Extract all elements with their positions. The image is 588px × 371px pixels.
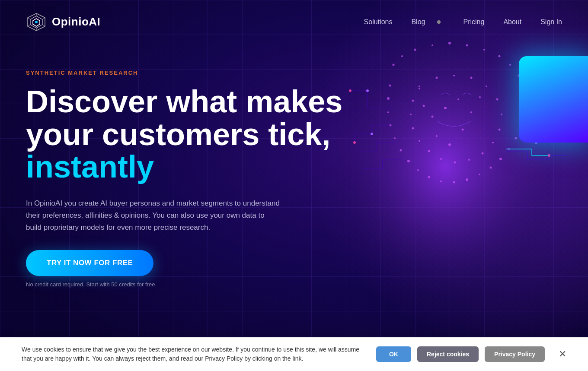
nav-link-pricing[interactable]: Pricing	[463, 18, 484, 25]
nav-link-blog[interactable]: Blog	[411, 18, 425, 25]
hero-subheadline: In OpinioAI you create AI buyer personas…	[26, 197, 281, 234]
cta-button[interactable]: TRY IT NOW FOR FREE	[26, 250, 153, 276]
nav-item-blog[interactable]: Blog	[411, 18, 425, 26]
svg-point-73	[35, 21, 38, 23]
hero-headline-main: Discover what makes your customers tick,	[26, 84, 342, 152]
nav-separator-dot	[437, 20, 441, 24]
svg-line-75	[42, 18, 45, 19]
svg-line-76	[42, 25, 45, 26]
cookie-message: We use cookies to ensure that we give yo…	[22, 345, 363, 363]
cookie-reject-button[interactable]: Reject cookies	[417, 346, 479, 362]
logo-link[interactable]: OpinioAI	[26, 12, 100, 32]
nav-item-about[interactable]: About	[503, 18, 521, 26]
cookie-banner: We use cookies to ensure that we give yo…	[0, 337, 588, 371]
svg-line-79	[28, 18, 30, 19]
cookie-close-button[interactable]: ✕	[559, 349, 566, 359]
svg-line-78	[28, 25, 30, 26]
cookie-privacy-button[interactable]: Privacy Policy	[485, 346, 545, 362]
nav-item-solutions[interactable]: Solutions	[364, 18, 393, 26]
hero-section: SYNTHETIC MARKET RESEARCH Discover what …	[0, 44, 372, 288]
hero-headline-accent: instantly	[26, 151, 346, 184]
hero-eyebrow: SYNTHETIC MARKET RESEARCH	[26, 70, 346, 76]
cookie-ok-button[interactable]: OK	[376, 346, 411, 362]
nav-item-pricing[interactable]: Pricing	[463, 18, 484, 26]
cookie-actions: OK Reject cookies Privacy Policy ✕	[376, 346, 566, 362]
logo-text: OpinioAI	[52, 15, 100, 29]
card-decoration	[519, 56, 588, 143]
navbar: OpinioAI Solutions Blog Pricing About Si…	[0, 0, 588, 44]
nav-links: Solutions Blog Pricing About Sign In	[364, 18, 562, 26]
nav-item-signin[interactable]: Sign In	[540, 18, 562, 26]
hero-no-cc: No credit card required. Start with 50 c…	[26, 281, 346, 288]
hero-headline: Discover what makes your customers tick,…	[26, 86, 346, 184]
nav-link-signin[interactable]: Sign In	[540, 18, 562, 25]
nav-link-about[interactable]: About	[503, 18, 521, 25]
nav-link-solutions[interactable]: Solutions	[364, 18, 393, 25]
logo-icon	[26, 12, 47, 32]
